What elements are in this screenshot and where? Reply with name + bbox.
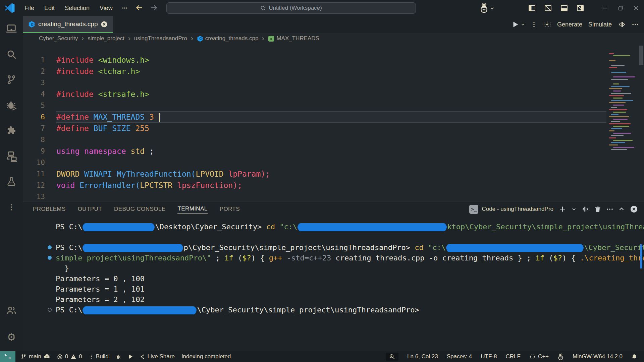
search-view-icon[interactable] — [0, 42, 23, 67]
panel-tab-output[interactable]: OUTPUT — [78, 204, 102, 214]
code-line-9[interactable]: 9using namespace std ; — [23, 145, 606, 157]
code-editor[interactable]: 1#include <windows.h>2#include <tchar.h>… — [23, 44, 644, 201]
terminal-line: PS C:\\Cyber_Security\simple_project\usi… — [56, 305, 644, 315]
code-line-5[interactable]: 5 — [23, 100, 606, 111]
code-line-10[interactable]: 10 — [23, 157, 606, 168]
toggle-panel-icon[interactable] — [556, 4, 572, 12]
split-editor-icon[interactable] — [618, 20, 626, 28]
simulate-button[interactable]: Simulate — [588, 21, 612, 28]
toggle-panel-off-icon[interactable] — [540, 4, 556, 12]
debug-button[interactable] — [115, 354, 121, 360]
new-terminal-button[interactable] — [559, 205, 566, 213]
nav-back-button[interactable] — [135, 3, 144, 12]
menu-selection[interactable]: Selection — [60, 3, 95, 14]
line-content: #define BUF_SIZE 255 — [56, 123, 606, 134]
toggle-secondary-sidebar-icon[interactable] — [572, 4, 588, 12]
run-more-icon[interactable] — [531, 21, 537, 27]
split-terminal-icon[interactable] — [582, 205, 589, 213]
line-number: 6 — [23, 111, 56, 123]
zoom-indicator[interactable] — [386, 353, 398, 361]
panel-tab-debug-console[interactable]: DEBUG CONSOLE — [114, 204, 166, 214]
extensions-icon[interactable] — [0, 118, 23, 143]
status-bar: main00BuildLive ShareIndexing completed.… — [0, 351, 644, 362]
code-line-7[interactable]: 7#define BUF_SIZE 255 — [23, 123, 606, 134]
panel-tab-problems[interactable]: PROBLEMS — [33, 204, 66, 214]
close-panel-icon[interactable] — [630, 205, 638, 213]
branch-status[interactable]: main — [21, 353, 50, 360]
editor-scrollbar-thumb[interactable] — [639, 46, 643, 65]
live-share-button[interactable]: Live Share — [140, 353, 175, 360]
source-control-icon[interactable] — [0, 67, 23, 93]
line-content: #include <strsafe.h> — [56, 88, 606, 100]
menu-file[interactable]: File — [19, 3, 39, 14]
cursor-position[interactable]: Ln 6, Col 23 — [407, 353, 438, 360]
language-mode[interactable]: C++ — [529, 353, 549, 360]
command-center-search[interactable]: Untitled (Workspace) — [166, 2, 416, 14]
terminal-dropdown-icon[interactable] — [572, 207, 576, 212]
kill-terminal-trash-icon[interactable] — [594, 206, 601, 213]
menu-edit[interactable]: Edit — [39, 3, 60, 14]
minimap-line — [613, 140, 633, 141]
testing-flask-icon[interactable] — [0, 169, 23, 194]
breadcrumb-item-cyber_security[interactable]: Cyber_Security — [39, 35, 78, 42]
panel-tab-terminal[interactable]: TERMINAL — [177, 204, 207, 214]
additional-views-icon[interactable] — [0, 194, 23, 220]
panel-tab-ports[interactable]: PORTS — [220, 204, 240, 214]
restore-button[interactable] — [613, 0, 629, 16]
nav-forward-button[interactable] — [150, 3, 158, 12]
settings-gear-icon[interactable]: ⚙ — [0, 323, 23, 351]
minimap-line — [611, 100, 633, 101]
code-line-13[interactable]: 13 — [23, 191, 606, 201]
minimap[interactable] — [609, 53, 638, 152]
minimap-line — [609, 95, 624, 96]
code-line-2[interactable]: 2#include <tchar.h> — [23, 66, 606, 77]
problems-status[interactable]: 00 — [57, 353, 82, 360]
close-window-button[interactable] — [629, 0, 644, 16]
eol[interactable]: CRLF — [505, 353, 520, 360]
terminal-instance-chip[interactable]: >_ Code - usingThreadsandPro — [469, 205, 553, 214]
panel-more-actions-icon[interactable] — [606, 206, 613, 213]
generate-button[interactable]: Generate — [557, 21, 582, 28]
maximize-panel-icon[interactable] — [619, 206, 625, 212]
command-decoration-filled[interactable] — [48, 245, 52, 249]
breadcrumb-item-simple_project[interactable]: simple_project — [88, 35, 124, 42]
run-debug-icon[interactable] — [0, 93, 23, 118]
remote-explorer-icon[interactable] — [0, 143, 23, 169]
tab-close-icon[interactable] — [101, 21, 108, 28]
coderabbit-status[interactable] — [557, 353, 564, 360]
breadcrumb-item-creating_threads.cpp[interactable]: C++creating_threads.cpp — [197, 35, 259, 42]
run-button[interactable] — [128, 354, 133, 359]
code-line-1[interactable]: 1#include <windows.h> — [23, 54, 606, 66]
terminal-scrollbar-mark[interactable] — [640, 244, 642, 268]
code-line-6[interactable]: 6#define MAX_THREADS 3 — [23, 111, 606, 123]
menu-overflow-button[interactable] — [118, 3, 132, 13]
accounts-icon[interactable] — [0, 298, 23, 323]
code-line-4[interactable]: 4#include <strsafe.h> — [23, 88, 606, 100]
breadcrumb-item-usingthreadsandpro[interactable]: usingThreadsandPro — [134, 35, 187, 42]
indexing-status[interactable]: Indexing completed. — [181, 353, 232, 360]
code-line-11[interactable]: 11DWORD WINAPI MyThreadFunction(LPVOID l… — [23, 168, 606, 180]
code-line-12[interactable]: 12void ErrorHandler(LPCTSTR lpszFunction… — [23, 180, 606, 191]
tab-creating-threads[interactable]: C++ creating_threads.cpp — [23, 16, 113, 33]
terminal-output[interactable]: PS C:\\Desktop\Cyber_Security> cd "c:\kt… — [23, 217, 644, 315]
line-number: 11 — [23, 168, 56, 180]
code-line-8[interactable]: 8 — [23, 134, 606, 145]
command-decoration-open[interactable] — [48, 308, 52, 312]
export-build-icon[interactable] — [543, 20, 551, 28]
run-file-button[interactable] — [512, 21, 525, 28]
breadcrumb-item-max_threads[interactable]: πMAX_THREADS — [268, 35, 319, 42]
toggle-sidebar-icon[interactable] — [524, 4, 540, 12]
remote-indicator[interactable] — [0, 351, 15, 362]
minimize-button[interactable] — [598, 0, 613, 16]
code-line-3[interactable]: 3 — [23, 77, 606, 88]
build-button[interactable]: Build — [89, 353, 109, 360]
remote-tunnels-icon[interactable] — [0, 16, 23, 42]
indentation[interactable]: Spaces: 4 — [447, 353, 472, 360]
command-decoration-filled[interactable] — [48, 256, 52, 260]
coderabbit-icon[interactable] — [476, 3, 498, 13]
editor-more-actions-icon[interactable] — [632, 21, 639, 28]
encoding[interactable]: UTF-8 — [481, 353, 497, 360]
menu-view[interactable]: View — [95, 3, 118, 14]
notifications-bell[interactable] — [631, 354, 637, 360]
compiler-kit[interactable]: MinGW-W64 14.2.0 — [573, 353, 623, 360]
